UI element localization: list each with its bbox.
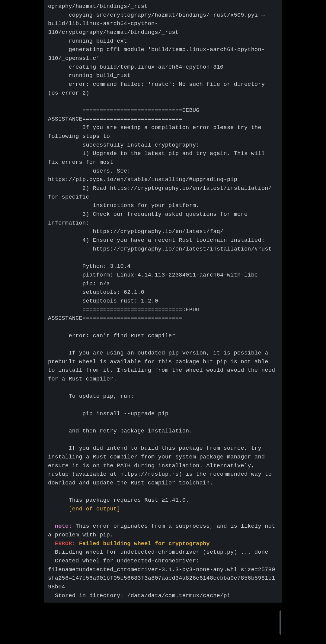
terminal-line [48, 384, 278, 393]
terminal-line [48, 323, 278, 332]
terminal-line: This package requires Rust ≥1.41.0. [48, 496, 278, 505]
terminal-line: setuptools: 62.1.0 [48, 288, 278, 297]
terminal-line-note: note: This error originates from a subpr… [48, 522, 278, 539]
terminal-line-end-output: [end of output] [48, 505, 278, 514]
terminal-line: successfully install cryptography: [48, 141, 278, 150]
terminal-line: https://cryptography.io/en/latest/instal… [48, 245, 278, 254]
terminal-line: instructions for your platform. [48, 202, 278, 210]
terminal-line: platform: Linux-4.14.113-22384011-aarch6… [48, 271, 278, 280]
terminal-line [48, 254, 278, 262]
terminal-line: pip: n/a [48, 280, 278, 289]
terminal-line [48, 418, 278, 427]
terminal-line: error: can't find Rust compiler [48, 332, 278, 341]
error-label: ERROR: [48, 541, 75, 547]
terminal-line [48, 98, 278, 106]
terminal-line [48, 401, 278, 410]
terminal-line: Stored in directory: /data/data/com.term… [48, 592, 278, 600]
terminal-line: If you are seeing a compilation error pl… [48, 124, 278, 141]
terminal-line-error: ERROR: Failed building wheel for cryptog… [48, 540, 278, 549]
terminal-line: If you are using an outdated pip version… [48, 349, 278, 384]
note-text: This error originates from a subprocess,… [48, 523, 279, 538]
terminal-line: =============================DEBUG ASSIS… [48, 106, 278, 124]
terminal-line: Building wheel for undetected-chromedriv… [48, 548, 278, 557]
terminal-line: users. See: https://pip.pypa.io/en/stabl… [48, 167, 278, 184]
terminal-line [48, 340, 278, 349]
error-text: Failed building wheel for cryptography [75, 541, 210, 547]
terminal-line: creating build/temp.linux-aarch64-cpytho… [48, 63, 278, 72]
terminal-line: 3) Check our frequently asked questions … [48, 210, 278, 228]
terminal-line: pip install --upgrade pip [48, 410, 278, 419]
terminal-container: ography/hazmat/bindings/_rust copying sr… [44, 0, 282, 603]
terminal-line: generating cffi module 'build/temp.linux… [48, 46, 278, 63]
terminal-line: ography/hazmat/bindings/_rust [48, 2, 278, 11]
terminal-line: error: command failed: 'rustc': No such … [48, 80, 278, 98]
scrollbar[interactable] [280, 610, 281, 635]
note-label: note: [48, 523, 72, 529]
terminal-line: To update pip, run: [48, 392, 278, 401]
terminal-output[interactable]: ography/hazmat/bindings/_rust copying sr… [48, 2, 278, 600]
terminal-line: 1) Upgrade to the latest pip and try aga… [48, 150, 278, 167]
terminal-line: copying src/cryptography/hazmat/bindings… [48, 11, 278, 37]
terminal-line: Created wheel for undetected-chromedrive… [48, 557, 278, 592]
terminal-line: If you did intend to build this package … [48, 444, 278, 487]
terminal-line [48, 514, 278, 523]
terminal-line [48, 488, 278, 497]
terminal-line: running build_ext [48, 37, 278, 46]
terminal-line [48, 436, 278, 445]
terminal-line: running build_rust [48, 72, 278, 80]
terminal-line: setuptools_rust: 1.2.0 [48, 297, 278, 306]
terminal-line: and then retry package installation. [48, 427, 278, 436]
terminal-line: Python: 3.10.4 [48, 262, 278, 271]
terminal-line: https://cryptography.io/en/latest/faq/ [48, 228, 278, 236]
terminal-line: =============================DEBUG ASSIS… [48, 306, 278, 323]
terminal-line: 4) Ensure you have a recent Rust toolcha… [48, 236, 278, 245]
terminal-line: 2) Read https://cryptography.io/en/lates… [48, 184, 278, 202]
